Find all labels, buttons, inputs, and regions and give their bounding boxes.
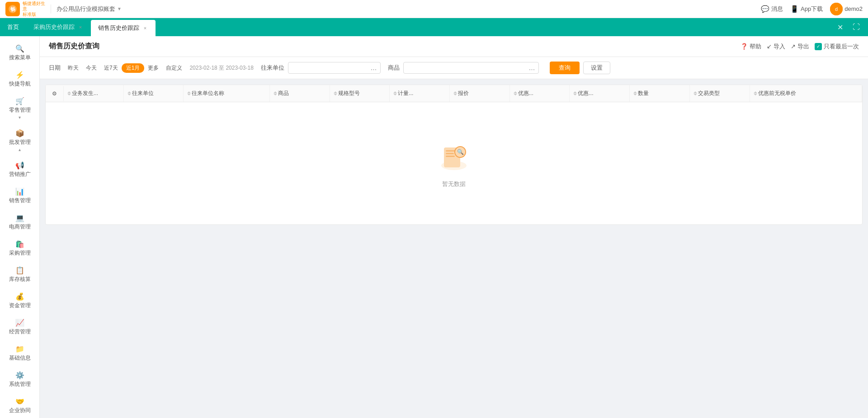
app-download-icon: 📱	[790, 5, 799, 13]
user-profile[interactable]: d demo2	[830, 3, 863, 15]
import-button[interactable]: ↙ 导入	[767, 43, 785, 51]
sidebar-item-purchase-mgmt[interactable]: 🛍️ 采购管理	[0, 235, 39, 261]
system-icon: ⚙️	[15, 371, 24, 380]
search-button[interactable]: 查询	[550, 62, 580, 74]
message-icon: 💬	[761, 5, 769, 13]
date-label: 日期	[49, 64, 61, 72]
sort-biz-date-icon	[67, 91, 71, 95]
import-icon: ↙	[767, 43, 772, 50]
chevron-up-icon-wholesale: ▴	[19, 147, 21, 152]
sidebar-item-quick-nav[interactable]: ⚡ 快捷导航	[0, 66, 39, 92]
th-settings[interactable]: ⚙	[46, 86, 64, 101]
th-unit-code[interactable]: 往来单位	[124, 85, 184, 102]
top-bar-divider	[51, 5, 51, 14]
sort-discount2-icon	[573, 91, 577, 95]
sidebar-item-search-menu[interactable]: 🔍 搜索菜单	[0, 40, 39, 66]
help-button[interactable]: ❓ 帮助	[741, 43, 761, 51]
th-qty[interactable]: 数量	[630, 85, 690, 102]
sidebar-item-enterprise[interactable]: 🤝 企业协同	[0, 393, 39, 418]
table-header: ⚙ 业务发生... 往来单位 往来单位名称	[46, 85, 862, 102]
svg-text:d: d	[835, 6, 838, 12]
svg-text:畅: 畅	[10, 6, 15, 12]
sidebar-item-retail-mgmt[interactable]: 🛒 零售管理 ▾	[0, 92, 39, 124]
th-trade-type[interactable]: 交易类型	[690, 85, 750, 102]
table-container: ⚙ 业务发生... 往来单位 往来单位名称	[40, 79, 868, 418]
sort-qty-icon	[633, 91, 637, 95]
date-btn-1month[interactable]: 近1月	[122, 63, 145, 73]
top-bar-right: 💬 消息 📱 App下载 d demo2	[761, 3, 863, 15]
settings-button[interactable]: 设置	[583, 62, 610, 74]
th-spec[interactable]: 规格型号	[330, 85, 390, 102]
finance-icon: 💰	[15, 292, 24, 301]
sidebar-item-operations[interactable]: 📈 经营管理	[0, 314, 39, 340]
sidebar-item-sales-mgmt[interactable]: 📊 销售管理	[0, 183, 39, 209]
date-btn-yesterday[interactable]: 昨天	[64, 63, 82, 73]
marketing-icon: 📢	[15, 161, 24, 170]
sort-spec-icon	[334, 91, 337, 95]
date-btn-custom[interactable]: 自定义	[162, 63, 186, 73]
filter-bar: 日期 昨天 今天 近7天 近1月 更多 自定义 2023-02-18 至 202…	[40, 57, 868, 79]
sidebar-item-basic-info[interactable]: 📁 基础信息	[0, 340, 39, 366]
export-button[interactable]: ↗ 导出	[791, 43, 809, 51]
sort-trade-type-icon	[693, 91, 697, 95]
help-icon: ❓	[741, 43, 748, 50]
workspace-name: 办公用品行业模拟账套	[57, 5, 115, 13]
tab-purchase-history[interactable]: 采购历史价跟踪 ×	[26, 18, 91, 36]
message-button[interactable]: 💬 消息	[761, 5, 783, 13]
enterprise-icon: 🤝	[15, 397, 24, 406]
th-unit[interactable]: 计量...	[390, 85, 450, 102]
product-input[interactable]: ...	[403, 62, 539, 74]
date-filter-group: 日期 昨天 今天 近7天 近1月 更多 自定义 2023-02-18 至 202…	[49, 63, 254, 73]
logo-text: 畅捷通好生意 标准版	[23, 1, 45, 17]
close-all-tabs-button[interactable]: ✕	[834, 21, 846, 33]
svg-rect-6	[446, 150, 456, 152]
th-price[interactable]: 报价	[450, 85, 510, 102]
svg-rect-7	[446, 153, 454, 154]
date-btn-more[interactable]: 更多	[144, 63, 162, 73]
unit-input[interactable]: ...	[288, 62, 381, 74]
purchase-icon: 🛍️	[15, 240, 24, 248]
sort-product-icon	[274, 91, 277, 95]
product-picker-icon[interactable]: ...	[529, 64, 535, 72]
workspace-selector[interactable]: 办公用品行业模拟账套 ▼	[57, 5, 122, 13]
app-download-button[interactable]: 📱 App下载	[790, 5, 823, 13]
sidebar-item-inventory[interactable]: 📋 库存核算	[0, 261, 39, 288]
tab-bar: 首页 采购历史价跟踪 × 销售历史价跟踪 × ✕ ⛶	[0, 18, 868, 36]
th-tax-free-price[interactable]: 优惠前无税单价	[750, 85, 862, 102]
tab-sales-history[interactable]: 销售历史价跟踪 ×	[91, 20, 156, 36]
close-purchase-tab-icon[interactable]: ×	[77, 24, 84, 30]
chevron-down-icon: ▼	[117, 6, 122, 11]
sort-unit-name-icon	[187, 91, 191, 95]
sidebar-item-system[interactable]: ⚙️ 系统管理	[0, 366, 39, 393]
th-discount2[interactable]: 优惠...	[570, 85, 630, 102]
maximize-button[interactable]: ⛶	[850, 21, 863, 33]
close-sales-tab-icon[interactable]: ×	[142, 25, 148, 31]
th-unit-name[interactable]: 往来单位名称	[184, 85, 270, 102]
sidebar-item-finance[interactable]: 💰 资金管理	[0, 288, 39, 314]
sidebar: 🔍 搜索菜单 ⚡ 快捷导航 🛒 零售管理 ▾ 📦 批发管理 ▴ 📢 营销推广 📊…	[0, 36, 40, 418]
date-btn-today[interactable]: 今天	[82, 63, 100, 73]
th-biz-date[interactable]: 业务发生...	[64, 85, 124, 102]
unit-filter-group: 往来单位 ...	[261, 62, 381, 74]
sidebar-item-wholesale-mgmt[interactable]: 📦 批发管理 ▴	[0, 124, 39, 157]
ecommerce-icon: 💻	[15, 214, 24, 222]
tab-home[interactable]: 首页	[0, 18, 26, 36]
logo-area: 畅 畅捷通好生意 标准版	[5, 1, 45, 17]
retail-icon: 🛒	[15, 97, 24, 105]
sidebar-item-ecommerce[interactable]: 💻 电商管理	[0, 209, 39, 235]
data-table: ⚙ 业务发生... 往来单位 往来单位名称	[45, 85, 863, 225]
th-discount1[interactable]: 优惠...	[510, 85, 570, 102]
product-search-input[interactable]	[407, 65, 526, 71]
only-last-checkbox[interactable]: ✓ 只看最后一次	[815, 43, 859, 51]
page-header-actions: ❓ 帮助 ↙ 导入 ↗ 导出 ✓ 只看最后一次	[741, 43, 859, 51]
sidebar-item-marketing[interactable]: 📢 营销推广	[0, 157, 39, 183]
wholesale-icon: 📦	[15, 129, 24, 138]
page-title: 销售历史价查询	[49, 42, 99, 51]
avatar: d	[830, 3, 843, 15]
date-btn-7days[interactable]: 近7天	[100, 63, 122, 73]
svg-text:🔍: 🔍	[457, 148, 464, 155]
inventory-icon: 📋	[15, 266, 24, 275]
th-product[interactable]: 商品	[270, 85, 330, 102]
unit-search-input[interactable]	[292, 65, 368, 71]
unit-picker-icon[interactable]: ...	[371, 64, 377, 72]
